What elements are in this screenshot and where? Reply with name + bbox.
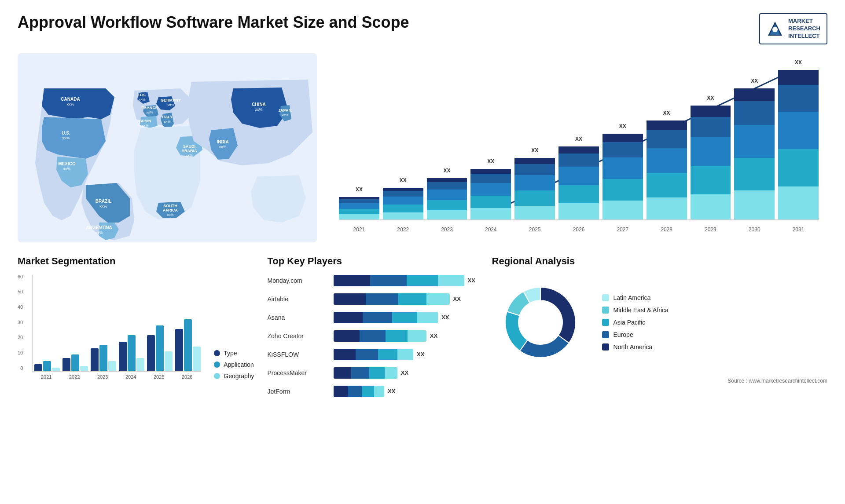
svg-text:MEXICO: MEXICO	[58, 161, 76, 166]
bar-segment	[734, 190, 775, 219]
regional-title: Regional Analysis	[492, 256, 827, 267]
svg-text:SAUDI: SAUDI	[183, 144, 195, 149]
bar-segment	[427, 210, 467, 219]
player-bar	[334, 367, 397, 379]
seg-bar	[136, 358, 144, 371]
bar-segment	[558, 185, 599, 204]
svg-text:xx%: xx%	[219, 145, 226, 149]
bar-segment	[558, 167, 599, 185]
growth-bar-group: XX	[647, 121, 687, 219]
player-bar	[334, 330, 426, 342]
player-bar-seg	[334, 367, 352, 379]
seg-bars-area: 202120222023202420252026	[32, 275, 201, 380]
player-name: ProcessMaker	[268, 369, 329, 376]
bar-segment	[470, 183, 511, 196]
players-list: Monday.comXXAirtableXXAsanaXXZoho Creato…	[268, 274, 479, 398]
player-bar-container: XX	[334, 329, 479, 343]
player-bar-seg	[398, 293, 426, 305]
player-bar-seg	[360, 330, 386, 342]
seg-bar	[34, 364, 42, 371]
svg-text:xx%: xx%	[142, 124, 148, 128]
bar-segment	[383, 212, 423, 219]
bar-segment	[427, 178, 467, 182]
svg-text:SOUTH: SOUTH	[163, 204, 177, 208]
seg-bars	[32, 275, 201, 372]
player-bar	[334, 386, 385, 397]
growth-bar-group: XX	[558, 146, 599, 219]
player-value: XX	[453, 296, 461, 302]
player-bar-seg	[438, 275, 464, 286]
regional-legend: Latin AmericaMiddle East & AfricaAsia Pa…	[602, 294, 669, 351]
bar-segment	[647, 173, 687, 197]
svg-text:xx%: xx%	[186, 153, 192, 157]
svg-text:INDIA: INDIA	[217, 139, 228, 144]
player-name: Airtable	[268, 296, 329, 303]
growth-bar-label: XX	[575, 136, 582, 142]
reg-legend-item: Middle East & Africa	[602, 307, 669, 314]
bar-segment	[734, 125, 775, 158]
growth-bar-label: XX	[707, 95, 714, 101]
seg-bar-group	[91, 345, 116, 371]
seg-bar-group	[147, 325, 173, 371]
growth-year-label: 2028	[647, 226, 687, 233]
map-svg: CANADA xx% U.S. xx% MEXICO xx% BRAZIL xx…	[18, 53, 317, 242]
reg-legend-label: Asia Pacific	[614, 319, 645, 326]
seg-bar	[156, 325, 164, 371]
bar-segment	[383, 197, 423, 205]
bar-segment	[647, 130, 687, 148]
source-text: Source : www.marketresearchintellect.com	[492, 378, 827, 384]
growth-year-label: 2024	[470, 226, 511, 233]
seg-bar-group	[62, 354, 88, 371]
growth-bar-group: XX	[470, 169, 511, 219]
growth-year-label: 2025	[514, 226, 555, 233]
seg-legend-label: Geography	[224, 373, 254, 380]
player-row: AirtableXX	[268, 292, 479, 306]
seg-legend-label: Type	[224, 350, 237, 357]
player-bar	[334, 293, 450, 305]
growth-bar-group: XX	[514, 158, 555, 219]
seg-bar-group	[119, 335, 144, 371]
bar-segment	[558, 203, 599, 219]
growth-bar-group: XX	[734, 88, 775, 219]
donut-area: Latin AmericaMiddle East & AfricaAsia Pa…	[492, 274, 827, 371]
growth-year-label: 2030	[734, 226, 775, 233]
player-bar	[334, 349, 414, 360]
reg-legend-color	[602, 331, 609, 338]
player-bar-seg	[407, 275, 438, 286]
page-header: Approval Workflow Software Market Size a…	[18, 13, 827, 44]
reg-legend-item: Europe	[602, 331, 669, 338]
bar-segment	[514, 158, 555, 164]
svg-text:ITALY: ITALY	[162, 115, 173, 119]
growth-bar: XX	[691, 106, 731, 219]
bar-segment	[691, 166, 731, 194]
bar-segment	[558, 146, 599, 154]
svg-text:FRANCE: FRANCE	[141, 106, 158, 110]
svg-text:xx%: xx%	[95, 230, 103, 235]
growth-bar: XX	[647, 121, 687, 219]
bar-segment	[691, 106, 731, 117]
seg-legend-item: Application	[214, 361, 254, 368]
svg-text:xx%: xx%	[62, 136, 70, 140]
growth-bar-label: XX	[531, 147, 538, 153]
bar-segment	[383, 205, 423, 212]
growth-year-label: 2029	[691, 226, 731, 233]
growth-bar-label: XX	[444, 168, 451, 174]
player-bar-seg	[397, 349, 413, 360]
seg-bar	[165, 351, 173, 371]
reg-legend-item: North America	[602, 343, 669, 351]
bar-segment	[691, 117, 731, 138]
bar-segment	[603, 157, 643, 179]
growth-year-label: 2026	[558, 226, 599, 233]
reg-legend-color	[602, 307, 609, 314]
regional-section: Regional Analysis Latin AmericaMiddle Ea…	[492, 256, 827, 403]
player-bar-seg	[370, 275, 407, 286]
seg-bar	[128, 335, 136, 371]
seg-y-axis: 60 50 40 30 20 10 0	[18, 274, 23, 371]
svg-text:JAPAN: JAPAN	[278, 108, 291, 113]
bar-segment	[339, 209, 379, 215]
player-row: Zoho CreatorXX	[268, 329, 479, 343]
svg-text:xx%: xx%	[139, 98, 145, 102]
seg-legend-label: Application	[224, 361, 254, 368]
seg-bar	[119, 342, 127, 371]
growth-year-label: 2031	[778, 226, 819, 233]
